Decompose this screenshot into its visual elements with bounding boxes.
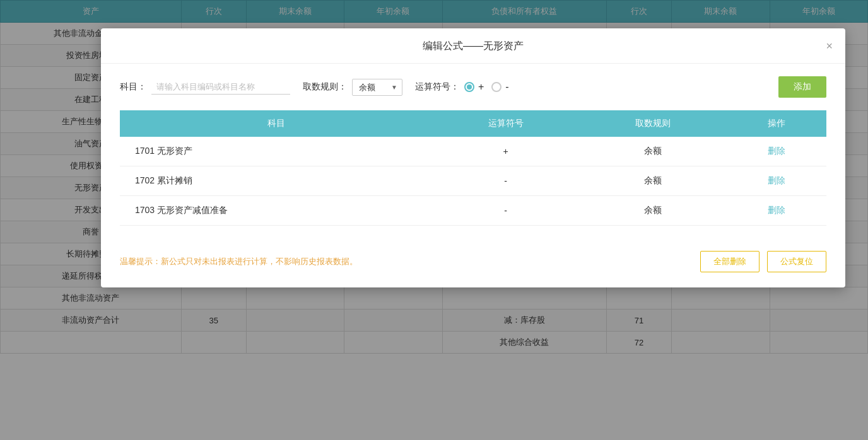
action-cell: 删除 xyxy=(726,137,826,166)
modal-footer: 温馨提示：新公式只对未出报表进行计算，不影响历史报表数据。 全部删除 公式复位 xyxy=(101,251,845,272)
subject-cell: 1701 无形资产 xyxy=(120,137,432,166)
operator-cell: - xyxy=(432,196,579,226)
operator-label: 运算符号： xyxy=(415,81,459,93)
subject-group: 科目： xyxy=(120,79,290,95)
rule-group: 取数规则： 余额 借方 贷方 ▼ xyxy=(303,79,402,96)
radio-circle-minus xyxy=(491,82,501,92)
table-row: 1701 无形资产+余额删除 xyxy=(120,137,826,166)
delete-all-button[interactable]: 全部删除 xyxy=(700,251,760,272)
rule-cell: 余额 xyxy=(579,166,726,196)
radio-circle-plus xyxy=(464,82,474,92)
subject-cell: 1703 无形资产减值准备 xyxy=(120,196,432,226)
col-header: 科目 xyxy=(120,110,432,137)
operator-plus-label: + xyxy=(478,81,484,93)
delete-link[interactable]: 删除 xyxy=(768,146,785,156)
table-row: 1702 累计摊销-余额删除 xyxy=(120,166,826,196)
operator-radio-group: + - xyxy=(464,81,509,93)
col-header: 取数规则 xyxy=(579,110,726,137)
modal-title: 编辑公式——无形资产 xyxy=(423,40,524,53)
add-button[interactable]: 添加 xyxy=(778,76,826,98)
operator-cell: - xyxy=(432,166,579,196)
operator-cell: + xyxy=(432,137,579,166)
rule-label: 取数规则： xyxy=(303,81,347,93)
action-cell: 删除 xyxy=(726,196,826,226)
footer-buttons: 全部删除 公式复位 xyxy=(700,251,826,272)
rule-select-wrapper: 余额 借方 贷方 ▼ xyxy=(352,79,402,96)
subject-input[interactable] xyxy=(151,79,290,95)
subject-cell: 1702 累计摊销 xyxy=(120,166,432,196)
rule-cell: 余额 xyxy=(579,137,726,166)
operator-minus-radio[interactable]: - xyxy=(491,81,508,93)
operator-minus-label: - xyxy=(505,81,508,93)
action-cell: 删除 xyxy=(726,166,826,196)
operator-group: 运算符号： + - xyxy=(415,81,509,93)
footer-hint: 温馨提示：新公式只对未出报表进行计算，不影响历史报表数据。 xyxy=(120,256,358,267)
col-header: 运算符号 xyxy=(432,110,579,137)
operator-plus-radio[interactable]: + xyxy=(464,81,484,93)
modal-body: 科目： 取数规则： 余额 借方 贷方 ▼ 运算符号： xyxy=(101,64,845,251)
reset-formula-button[interactable]: 公式复位 xyxy=(767,251,826,272)
rule-cell: 余额 xyxy=(579,196,726,226)
rule-select[interactable]: 余额 借方 贷方 xyxy=(352,79,402,96)
close-icon[interactable]: × xyxy=(826,40,833,52)
col-header: 操作 xyxy=(726,110,826,137)
edit-formula-modal: 编辑公式——无形资产 × 科目： 取数规则： 余额 借方 贷方 ▼ xyxy=(101,28,845,287)
subject-label: 科目： xyxy=(120,81,146,93)
delete-link[interactable]: 删除 xyxy=(768,175,785,185)
modal-header: 编辑公式——无形资产 × xyxy=(101,28,845,64)
table-row: 1703 无形资产减值准备-余额删除 xyxy=(120,196,826,226)
form-row: 科目： 取数规则： 余额 借方 贷方 ▼ 运算符号： xyxy=(120,76,826,98)
formula-table: 科目运算符号取数规则操作 1701 无形资产+余额删除1702 累计摊销-余额删… xyxy=(120,110,826,226)
delete-link[interactable]: 删除 xyxy=(768,205,785,215)
